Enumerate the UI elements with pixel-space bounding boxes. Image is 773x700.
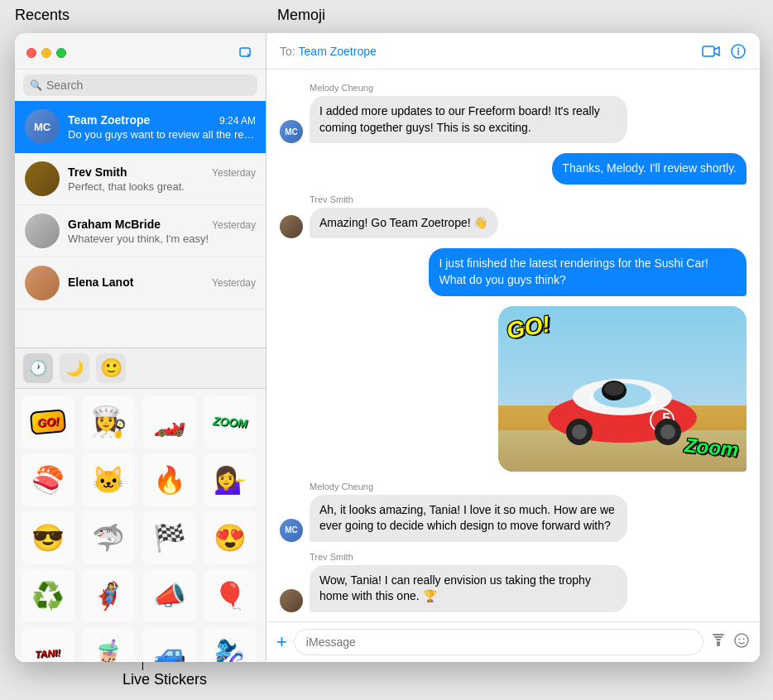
sticker-tab-moon[interactable]: 🌙: [60, 353, 89, 383]
sticker-tab-recents[interactable]: 🕐: [23, 353, 53, 383]
sender-name-trev2: Trev Smith: [310, 552, 747, 562]
sticker-memoji-genie[interactable]: 🧞‍♀️: [204, 627, 257, 662]
live-stickers-label: Live Stickers: [122, 671, 207, 688]
emoji-button[interactable]: [733, 632, 750, 653]
svg-rect-1: [703, 46, 714, 56]
message-row-outgoing: I just finished the latest renderings fo…: [280, 248, 747, 295]
sticker-memoji-hero[interactable]: 🦸‍♀️: [82, 569, 135, 622]
left-panel: 🔍 MC Team Zoetrope 9:24 AM Do you guys w…: [15, 33, 266, 662]
avatar-elena-lanot: [25, 266, 60, 300]
search-bar: 🔍: [15, 70, 266, 101]
svg-rect-17: [713, 634, 724, 635]
sticker-checkered-flag[interactable]: 🏁: [143, 511, 196, 564]
message-row: Wow, Tania! I can really envision us tak…: [280, 565, 747, 612]
sushi-car-image: 5 GO! Zoom: [498, 306, 747, 472]
conversation-item-trev-smith[interactable]: Trev Smith Yesterday Perfect, that looks…: [15, 153, 266, 205]
svg-rect-18: [714, 636, 723, 638]
app-window: 🔍 MC Team Zoetrope 9:24 AM Do you guys w…: [15, 33, 760, 662]
sticker-memoji-selfie[interactable]: 💁‍♀️: [204, 453, 257, 506]
sticker-memoji-1[interactable]: 👩‍🍳: [82, 396, 135, 448]
sticker-sunglasses[interactable]: 😎: [22, 511, 74, 564]
conversation-item-graham-mcbride[interactable]: Graham McBride Yesterday Whatever you th…: [15, 205, 266, 257]
sticker-boba[interactable]: 🧋: [82, 627, 135, 662]
avatar-team-zoetrope: MC: [25, 109, 60, 144]
conv-name: Team Zoetrope: [68, 113, 150, 127]
message-group-2: Thanks, Melody. I'll review shortly.: [280, 153, 747, 185]
audio-button[interactable]: [710, 632, 727, 653]
bubble-outgoing: Thanks, Melody. I'll review shortly.: [552, 153, 747, 185]
compose-button[interactable]: [236, 44, 254, 62]
add-attachment-button[interactable]: +: [276, 631, 287, 653]
conv-content: Team Zoetrope 9:24 AM Do you guys want t…: [68, 113, 256, 141]
sticker-zoom[interactable]: ZOOM: [204, 396, 257, 448]
sticker-tab-memoji[interactable]: 🙂: [96, 353, 126, 383]
svg-rect-19: [716, 639, 721, 640]
conv-time: Yesterday: [212, 167, 256, 179]
bubble-incoming: Wow, Tania! I can really envision us tak…: [310, 565, 627, 612]
message-avatar-ts: [280, 215, 303, 238]
message-avatar-mc: MC: [280, 120, 303, 143]
svg-point-21: [735, 634, 748, 647]
video-call-button[interactable]: [702, 45, 720, 58]
chat-title-bar: To: Team Zoetrope: [266, 33, 760, 70]
minimize-button[interactable]: [41, 48, 51, 58]
conv-name: Graham McBride: [68, 218, 161, 231]
conv-content: Elena Lanot Yesterday: [68, 276, 256, 290]
memoji-label: Memoji: [277, 7, 325, 24]
message-row: MC Ah, it looks amazing, Tania! I love i…: [280, 495, 747, 542]
message-row-image: 5 GO! Zoom: [280, 306, 747, 472]
sticker-race-car[interactable]: 🏎️: [143, 396, 196, 448]
svg-point-16: [660, 424, 675, 439]
svg-rect-20: [717, 641, 720, 646]
sticker-flame[interactable]: 🔥: [143, 453, 196, 506]
svg-point-23: [743, 638, 745, 640]
avatar-graham-mcbride: [25, 213, 60, 248]
sticker-foam-finger[interactable]: 📣: [143, 569, 196, 622]
right-panel: To: Team Zoetrope: [266, 33, 760, 662]
message-input[interactable]: [294, 629, 703, 655]
conversation-list: MC Team Zoetrope 9:24 AM Do you guys wan…: [15, 101, 266, 348]
conversation-item-elena-lanot[interactable]: Elena Lanot Yesterday: [15, 257, 266, 309]
conv-content: Graham McBride Yesterday Whatever you th…: [68, 218, 256, 245]
svg-point-22: [739, 638, 741, 640]
sticker-recycle[interactable]: ♻️: [22, 569, 74, 622]
sticker-balloon[interactable]: 🎈: [204, 569, 257, 622]
conv-time: Yesterday: [212, 277, 256, 289]
message-group-4: I just finished the latest renderings fo…: [280, 248, 747, 295]
close-button[interactable]: [26, 48, 36, 58]
sticker-cat[interactable]: 🐱: [82, 453, 135, 506]
sticker-tani[interactable]: TANI!: [22, 627, 74, 662]
message-row-outgoing: Thanks, Melody. I'll review shortly.: [280, 153, 747, 185]
bubble-incoming: I added more updates to our Freeform boa…: [310, 96, 627, 143]
message-row: Amazing! Go Team Zoetrope! 👋: [280, 208, 747, 239]
info-button[interactable]: [730, 43, 747, 60]
message-avatar-mc2: MC: [280, 519, 303, 542]
conv-preview: Whatever you think, I'm easy!: [68, 233, 256, 245]
search-input[interactable]: [23, 74, 257, 96]
to-name[interactable]: Team Zoetrope: [299, 45, 377, 58]
sticker-car[interactable]: 🚙: [143, 627, 196, 662]
message-avatar-ts2: [280, 589, 303, 612]
messages-area: Melody Cheung MC I added more updates to…: [266, 70, 760, 621]
zoom-sticker: Zoom: [684, 434, 740, 462]
conversation-item-team-zoetrope[interactable]: MC Team Zoetrope 9:24 AM Do you guys wan…: [15, 101, 266, 153]
sticker-sushi[interactable]: 🍣: [22, 453, 74, 506]
message-group-3: Trev Smith Amazing! Go Team Zoetrope! 👋: [280, 194, 747, 239]
sender-name: Melody Cheung: [310, 83, 747, 93]
sticker-shark[interactable]: 🦈: [82, 511, 135, 564]
chat-recipient: To: Team Zoetrope: [280, 45, 377, 58]
conv-content: Trev Smith Yesterday Perfect, that looks…: [68, 165, 256, 193]
sticker-go[interactable]: GO!: [22, 396, 74, 448]
sticker-heart-eyes[interactable]: 😍: [204, 511, 257, 564]
message-row: MC I added more updates to our Freeform …: [280, 96, 747, 143]
maximize-button[interactable]: [56, 48, 66, 58]
bubble-outgoing: I just finished the latest renderings fo…: [429, 248, 747, 295]
sender-name: Melody Cheung: [310, 482, 747, 491]
sender-name-trev: Trev Smith: [310, 194, 747, 204]
message-input-bar: +: [266, 621, 760, 662]
bubble-incoming: Ah, it looks amazing, Tania! I love it s…: [310, 495, 627, 542]
message-group-image: 5 GO! Zoom: [280, 306, 747, 472]
svg-point-4: [737, 47, 739, 49]
avatar-trev-smith: [25, 161, 60, 196]
svg-point-14: [572, 424, 587, 439]
